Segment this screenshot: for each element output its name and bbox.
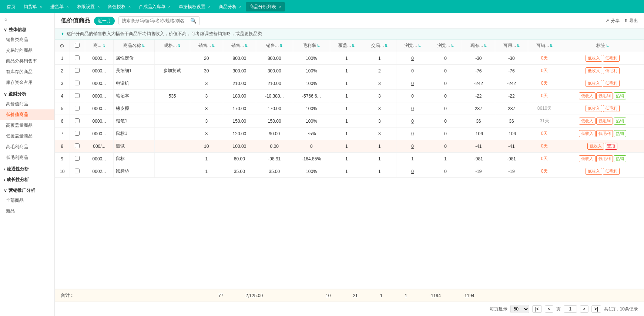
browse-link[interactable]: 1 (411, 156, 414, 162)
prev-page-btn[interactable]: < (545, 305, 553, 313)
nav-home[interactable]: 首页 (3, 2, 19, 11)
cell-name[interactable]: 属性定价 (114, 52, 155, 65)
sidebar-item-traded-goods[interactable]: 交易过的商品 (0, 45, 54, 56)
close-icon[interactable]: × (279, 4, 281, 9)
sidebar-group-marketing[interactable]: ∨ 营销推广分析 (0, 184, 54, 195)
th-spec[interactable]: 规格...⇅ (155, 40, 190, 52)
cell-name[interactable]: 测试 (114, 140, 155, 153)
nav-goods-analysis-list[interactable]: 商品分析列表 × (246, 2, 285, 11)
th-stock[interactable]: 现有...⇅ (462, 40, 495, 52)
browse-link[interactable]: 0 (411, 144, 414, 149)
cell-checkbox[interactable] (70, 153, 85, 165)
cell-checkbox[interactable] (70, 77, 85, 90)
cell-checkbox[interactable] (70, 115, 85, 128)
browse-link[interactable]: 0 (411, 94, 414, 99)
sidebar-group-growth[interactable]: › 成长性分析 (0, 174, 54, 184)
th-checkbox[interactable] (70, 40, 85, 52)
cell-s7[interactable]: 0 (396, 128, 429, 140)
th-settings[interactable]: ⚙ (55, 40, 70, 52)
browse-link[interactable]: 0 (411, 56, 414, 61)
sidebar-item-stock-capital[interactable]: 库存资金占用 (0, 77, 54, 88)
cell-checkbox[interactable] (70, 65, 85, 77)
row-checkbox[interactable] (75, 169, 80, 173)
cell-s7[interactable]: 0 (396, 165, 429, 178)
close-icon[interactable]: × (208, 4, 210, 9)
select-all-checkbox[interactable] (75, 43, 80, 48)
nav-goods-analysis[interactable]: 商品分析 × (215, 2, 245, 11)
cell-checkbox[interactable] (70, 90, 85, 102)
cell-name[interactable]: 电话机 (114, 77, 155, 90)
row-checkbox[interactable] (75, 81, 80, 85)
cell-checkbox[interactable] (70, 128, 85, 140)
close-icon[interactable]: × (168, 4, 170, 9)
cell-s7[interactable]: 1 (396, 153, 429, 165)
browse-link[interactable]: 0 (411, 81, 414, 86)
browse-link[interactable]: 0 (411, 131, 414, 136)
th-margin[interactable]: 毛利率⇅ (293, 40, 330, 52)
th-coverage[interactable]: 覆盖...⇅ (330, 40, 363, 52)
sidebar-item-high-value[interactable]: 高价值商品 (0, 99, 54, 109)
row-checkbox[interactable] (75, 156, 80, 161)
browse-link[interactable]: 0 (411, 169, 414, 174)
cell-name[interactable]: 笔记本 (114, 90, 155, 102)
cell-name[interactable]: 橡皮擦 (114, 102, 155, 115)
sidebar-item-category-sales-rate[interactable]: 商品分类销售率 (0, 56, 54, 67)
cell-name[interactable]: 铅笔1 (114, 115, 155, 128)
browse-link[interactable]: 0 (411, 119, 414, 124)
sidebar-item-stock-goods[interactable]: 有库存的商品 (0, 67, 54, 77)
sidebar-item-new-goods[interactable]: 新品 (0, 206, 54, 217)
cell-s7[interactable]: 0 (396, 90, 429, 102)
cell-s7[interactable]: 0 (396, 102, 429, 115)
browse-link[interactable]: 0 (411, 106, 414, 111)
cell-checkbox[interactable] (70, 140, 85, 153)
export-button[interactable]: ⬆ 导出 (624, 18, 638, 24)
nav-role[interactable]: 角色授权 × (104, 2, 134, 11)
page-size-select[interactable]: 50 100 200 (510, 305, 529, 313)
sidebar-group-overall[interactable]: ∨ 整体信息 (0, 24, 54, 34)
last-page-btn[interactable]: >| (591, 305, 601, 313)
th-name[interactable]: 商品名称⇅ (114, 40, 155, 52)
th-browse1[interactable]: 浏览...⇅ (396, 40, 429, 52)
cell-s7[interactable]: 0 (396, 52, 429, 65)
cell-s7[interactable]: 0 (396, 65, 429, 77)
first-page-btn[interactable]: |< (532, 305, 542, 313)
row-checkbox[interactable] (75, 131, 80, 136)
sidebar-item-low-profit[interactable]: 低毛利商品 (0, 152, 54, 163)
row-checkbox[interactable] (75, 68, 80, 73)
sidebar-group-profit[interactable]: ∨ 盈财分析 (0, 88, 54, 99)
th-trade[interactable]: 交易...⇅ (363, 40, 396, 52)
sidebar-item-high-coverage[interactable]: 高覆盖量商品 (0, 120, 54, 131)
sidebar-item-low-value[interactable]: 低价值商品 (0, 109, 54, 120)
browse-link[interactable]: 0 (411, 68, 414, 74)
cell-checkbox[interactable] (70, 165, 85, 178)
th-browse2[interactable]: 浏览...⇅ (429, 40, 462, 52)
th-sellable[interactable]: 可销...⇅ (528, 40, 561, 52)
sidebar-item-low-coverage[interactable]: 低覆盖量商品 (0, 131, 54, 142)
th-code[interactable]: 商...⇅ (85, 40, 114, 52)
cell-s7[interactable]: 0 (396, 77, 429, 90)
row-checkbox[interactable] (75, 93, 80, 98)
sidebar-item-high-profit[interactable]: 高毛利商品 (0, 142, 54, 152)
cell-checkbox[interactable] (70, 102, 85, 115)
th-s3[interactable]: 销售...⇅ (256, 40, 293, 52)
nav-purchase[interactable]: 进货单 × (47, 2, 73, 11)
cell-s7[interactable]: 0 (396, 140, 429, 153)
th-available[interactable]: 可用...⇅ (495, 40, 528, 52)
th-s1[interactable]: 销售...⇅ (190, 40, 223, 52)
sidebar-group-liquidity[interactable]: › 流通性分析 (0, 163, 54, 174)
search-icon[interactable]: 🔍 (190, 18, 197, 24)
cell-checkbox[interactable] (70, 52, 85, 65)
cell-name[interactable]: 鼠标垫 (114, 165, 155, 178)
nav-template[interactable]: 单据模板设置 × (175, 2, 214, 11)
nav-sales[interactable]: 销货单 × (20, 2, 46, 11)
settings-icon[interactable]: ⚙ (60, 43, 64, 49)
sidebar-item-sales-goods[interactable]: 销售类商品 (0, 34, 54, 45)
row-checkbox[interactable] (75, 106, 80, 111)
close-icon[interactable]: × (40, 4, 42, 9)
nav-perm[interactable]: 权限设置 × (73, 2, 104, 11)
cell-name[interactable]: 鼠标1 (114, 128, 155, 140)
cell-name[interactable]: 鼠标 (114, 153, 155, 165)
row-checkbox[interactable] (75, 55, 80, 60)
cell-s7[interactable]: 0 (396, 115, 429, 128)
sidebar-item-all-goods[interactable]: 全部商品 (0, 195, 54, 206)
